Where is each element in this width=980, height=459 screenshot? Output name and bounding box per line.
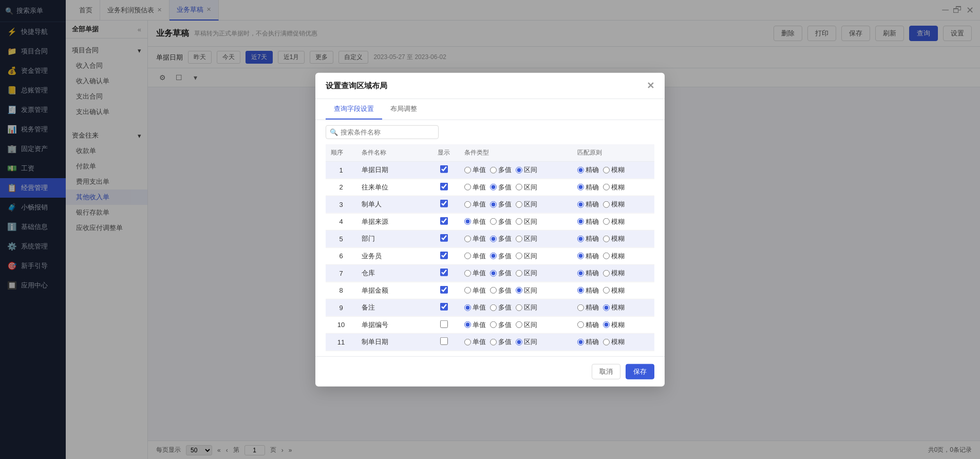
match-label-fuzzy[interactable]: 模糊 <box>603 234 625 243</box>
type-radio-range[interactable] <box>516 184 522 190</box>
cell-show[interactable] <box>428 179 459 196</box>
type-radio-single[interactable] <box>464 218 471 225</box>
match-radio-exact[interactable] <box>577 218 584 225</box>
type-radio-single[interactable] <box>464 304 471 311</box>
type-radio-range[interactable] <box>516 287 522 294</box>
type-radio-range[interactable] <box>516 253 522 259</box>
show-checkbox[interactable] <box>440 200 448 207</box>
type-label-single[interactable]: 单值 <box>464 234 486 243</box>
match-radio-exact[interactable] <box>577 321 584 328</box>
match-label-fuzzy[interactable]: 模糊 <box>603 269 625 278</box>
match-label-fuzzy[interactable]: 模糊 <box>603 182 625 192</box>
show-checkbox[interactable] <box>440 269 448 276</box>
type-label-multi[interactable]: 多值 <box>490 251 512 260</box>
dialog-cancel-button[interactable]: 取消 <box>592 364 620 379</box>
cell-show[interactable] <box>428 333 459 351</box>
match-radio-fuzzy[interactable] <box>603 218 610 225</box>
match-radio-fuzzy[interactable] <box>603 184 610 190</box>
match-radio-fuzzy[interactable] <box>603 235 610 242</box>
match-label-fuzzy[interactable]: 模糊 <box>603 251 625 260</box>
type-label-single[interactable]: 单值 <box>464 337 486 347</box>
type-label-multi[interactable]: 多值 <box>490 303 512 312</box>
show-checkbox[interactable] <box>440 286 448 294</box>
type-label-range[interactable]: 区间 <box>516 234 537 243</box>
type-radio-single[interactable] <box>464 321 471 328</box>
type-radio-multi[interactable] <box>490 253 497 259</box>
match-radio-exact[interactable] <box>577 253 584 259</box>
match-radio-exact[interactable] <box>577 166 584 173</box>
type-label-range[interactable]: 区间 <box>516 269 537 278</box>
match-radio-fuzzy[interactable] <box>603 321 610 328</box>
type-radio-single[interactable] <box>464 166 471 173</box>
type-label-multi[interactable]: 多值 <box>490 234 512 243</box>
match-label-fuzzy[interactable]: 模糊 <box>603 337 625 347</box>
type-radio-multi[interactable] <box>490 287 497 294</box>
match-label-fuzzy[interactable]: 模糊 <box>603 217 625 226</box>
type-radio-single[interactable] <box>464 184 471 190</box>
type-radio-multi[interactable] <box>490 235 497 242</box>
show-checkbox[interactable] <box>440 183 448 190</box>
type-label-range[interactable]: 区间 <box>516 200 537 209</box>
match-radio-fuzzy[interactable] <box>603 287 610 294</box>
type-label-range[interactable]: 区间 <box>516 217 537 226</box>
show-checkbox[interactable] <box>440 320 448 328</box>
type-radio-multi[interactable] <box>490 270 497 276</box>
type-label-range[interactable]: 区间 <box>516 337 537 347</box>
type-radio-multi[interactable] <box>490 166 497 173</box>
cell-show[interactable] <box>428 316 459 334</box>
type-radio-range[interactable] <box>516 201 522 207</box>
match-radio-exact[interactable] <box>577 287 584 294</box>
type-label-range[interactable]: 区间 <box>516 285 537 295</box>
match-label-fuzzy[interactable]: 模糊 <box>603 165 625 175</box>
show-checkbox[interactable] <box>440 165 448 173</box>
type-label-single[interactable]: 单值 <box>464 285 486 295</box>
cell-show[interactable] <box>428 247 459 265</box>
type-radio-range[interactable] <box>516 218 522 225</box>
match-radio-fuzzy[interactable] <box>603 201 610 207</box>
match-label-fuzzy[interactable]: 模糊 <box>603 285 625 295</box>
type-label-multi[interactable]: 多值 <box>490 337 512 347</box>
type-radio-multi[interactable] <box>490 304 497 311</box>
type-radio-multi[interactable] <box>490 201 497 207</box>
type-radio-single[interactable] <box>464 338 471 345</box>
type-radio-range[interactable] <box>516 270 522 276</box>
type-radio-multi[interactable] <box>490 321 497 328</box>
match-radio-exact[interactable] <box>577 235 584 242</box>
match-label-exact[interactable]: 精确 <box>577 337 599 347</box>
dialog-tab-layout[interactable]: 布局调整 <box>382 99 425 120</box>
type-label-range[interactable]: 区间 <box>516 251 537 260</box>
type-radio-single[interactable] <box>464 253 471 259</box>
show-checkbox[interactable] <box>440 252 448 259</box>
type-radio-range[interactable] <box>516 235 522 242</box>
cell-show[interactable] <box>428 196 459 213</box>
cell-show[interactable] <box>428 264 459 282</box>
type-label-range[interactable]: 区间 <box>516 165 537 175</box>
type-radio-single[interactable] <box>464 235 471 242</box>
match-radio-fuzzy[interactable] <box>603 338 610 345</box>
type-label-multi[interactable]: 多值 <box>490 182 512 192</box>
type-label-multi[interactable]: 多值 <box>490 320 512 329</box>
type-label-single[interactable]: 单值 <box>464 320 486 329</box>
type-label-multi[interactable]: 多值 <box>490 285 512 295</box>
type-radio-single[interactable] <box>464 201 471 207</box>
match-label-fuzzy[interactable]: 模糊 <box>603 200 625 209</box>
match-radio-fuzzy[interactable] <box>603 270 610 276</box>
dialog-save-button[interactable]: 保存 <box>626 364 654 379</box>
match-label-fuzzy[interactable]: 模糊 <box>603 320 625 329</box>
type-radio-range[interactable] <box>516 166 522 173</box>
match-label-exact[interactable]: 精确 <box>577 234 599 243</box>
match-label-exact[interactable]: 精确 <box>577 269 599 278</box>
match-radio-fuzzy[interactable] <box>603 304 610 311</box>
type-label-range[interactable]: 区间 <box>516 320 537 329</box>
match-label-exact[interactable]: 精确 <box>577 165 599 175</box>
cell-show[interactable] <box>428 213 459 231</box>
match-label-exact[interactable]: 精确 <box>577 320 599 329</box>
type-radio-range[interactable] <box>516 321 522 328</box>
match-radio-fuzzy[interactable] <box>603 253 610 259</box>
cell-show[interactable] <box>428 299 459 316</box>
type-label-single[interactable]: 单值 <box>464 182 486 192</box>
type-radio-range[interactable] <box>516 338 522 345</box>
match-label-exact[interactable]: 精确 <box>577 303 599 312</box>
type-label-single[interactable]: 单值 <box>464 217 486 226</box>
match-radio-exact[interactable] <box>577 201 584 207</box>
